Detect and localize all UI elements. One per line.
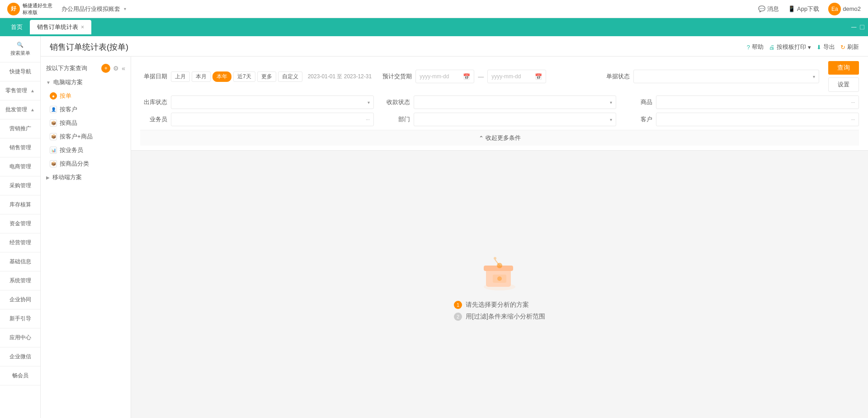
- scheme-collapse-icon[interactable]: «: [122, 65, 125, 72]
- scheme-per-category-icon: 📦: [50, 160, 57, 167]
- scheme-item-per-product[interactable]: 📦 按商品: [41, 116, 131, 130]
- wholesale-arrow-icon: ▲: [30, 107, 35, 112]
- retail-arrow-icon: ▲: [30, 88, 35, 93]
- export-action[interactable]: ⬇ 导出: [816, 43, 835, 51]
- out-status-select[interactable]: ▾: [171, 95, 374, 109]
- message-icon: 💬: [758, 5, 765, 12]
- expected-delivery-end[interactable]: yyyy-mm-dd 📅: [487, 70, 546, 83]
- tab-maximize-icon[interactable]: □: [860, 23, 864, 31]
- sidebar-item-retail[interactable]: 零售管理 ▲: [0, 81, 40, 100]
- sidebar-item-basic[interactable]: 基础信息: [0, 252, 40, 271]
- department-select[interactable]: ▾: [414, 113, 617, 126]
- sidebar-item-quicknav[interactable]: 快捷导航: [0, 62, 40, 81]
- collapse-text: ⌃ 收起更多条件: [479, 134, 521, 142]
- tab-home[interactable]: 首页: [4, 20, 30, 34]
- scheme-mobile-section[interactable]: ▶ 移动端方案: [41, 171, 131, 184]
- sidebar-item-ecommerce[interactable]: 电商管理: [0, 157, 40, 176]
- content-area: 销售订单统计表(按单) ? 帮助 🖨 按模板打印 ▾ ⬇ 导出 ↻ 刷新: [41, 36, 868, 418]
- scheme-item-per-order[interactable]: ● 按单: [41, 89, 131, 103]
- settings-button[interactable]: 设置: [828, 77, 859, 92]
- print-dropdown-icon[interactable]: ▾: [808, 44, 811, 51]
- date-btn-last-month[interactable]: 上月: [171, 71, 190, 82]
- sidebar-item-search[interactable]: 🔍 搜索菜单: [0, 36, 40, 62]
- app-download-action[interactable]: 📱 App下载: [788, 5, 819, 13]
- system-dropdown-icon[interactable]: ▾: [124, 6, 126, 11]
- date-btn-this-month[interactable]: 本月: [192, 71, 211, 82]
- user-avatar: Ea: [828, 3, 841, 15]
- svg-point-5: [497, 276, 502, 281]
- scheme-item-per-category[interactable]: 📦 按商品分类: [41, 157, 131, 171]
- salesperson-dots-icon: ···: [366, 117, 369, 122]
- date-btn-this-year[interactable]: 本年: [212, 71, 231, 82]
- expected-delivery-start[interactable]: yyyy-mm-dd 📅: [415, 70, 474, 83]
- sidebar-item-appcenter[interactable]: 应用中心: [0, 328, 40, 347]
- scheme-add-button[interactable]: +: [101, 64, 110, 73]
- scheme-pc-arrow-icon: ▼: [46, 80, 51, 85]
- product-select[interactable]: ···: [656, 95, 859, 109]
- scheme-item-per-salesperson[interactable]: 📊 按业务员: [41, 143, 131, 157]
- calendar-start-icon: 📅: [463, 73, 470, 80]
- user-area[interactable]: Ea demo2: [828, 3, 861, 15]
- out-status-arrow-icon: ▾: [368, 100, 370, 105]
- help-action[interactable]: ? 帮助: [747, 43, 764, 51]
- print-action[interactable]: 🖨 按模板打印 ▾: [769, 43, 811, 51]
- sidebar-item-wholesale[interactable]: 批发管理 ▲: [0, 100, 40, 119]
- date-btn-more[interactable]: 更多: [257, 71, 276, 82]
- empty-tip-2: 2 用[过滤]条件来缩小分析范围: [454, 313, 545, 321]
- export-icon: ⬇: [816, 44, 821, 51]
- query-button[interactable]: 查询: [828, 61, 859, 75]
- scheme-pc-section[interactable]: ▼ 电脑端方案: [41, 76, 131, 89]
- date-label: 单据日期: [140, 72, 167, 81]
- sidebar-item-finance[interactable]: 资金管理: [0, 214, 40, 233]
- sidebar-item-operations[interactable]: 经营管理: [0, 233, 40, 252]
- logo-icon: 好: [7, 3, 20, 15]
- date-range-display: 2023-01-01 至 2023-12-31: [308, 73, 372, 81]
- main-content: 按以下方案查询 + ⚙ « ▼ 电脑端方案 ● 按单 �: [41, 57, 868, 418]
- sidebar-item-marketing[interactable]: 营销推广: [0, 119, 40, 138]
- sidebar-item-tutorial[interactable]: 新手引导: [0, 309, 40, 328]
- tab-sales-order[interactable]: 销售订单统计表 ×: [30, 20, 91, 34]
- sidebar-item-system[interactable]: 系统管理: [0, 271, 40, 290]
- help-icon: ?: [747, 44, 750, 51]
- doc-status-arrow-icon: ▾: [813, 74, 815, 79]
- department-arrow-icon: ▾: [610, 117, 612, 122]
- collapse-filters-row[interactable]: ⌃ 收起更多条件: [140, 130, 859, 146]
- payment-status-select[interactable]: ▾: [414, 95, 617, 109]
- scheme-item-per-customer[interactable]: 👤 按客户: [41, 103, 131, 116]
- empty-illustration: [477, 248, 522, 294]
- department-label: 部门: [383, 115, 410, 124]
- sidebar-item-inventory[interactable]: 库存核算: [0, 195, 40, 214]
- customer-dots-icon: ···: [851, 117, 855, 122]
- scheme-header: 按以下方案查询 + ⚙ «: [41, 61, 131, 76]
- scheme-header-title: 按以下方案查询: [46, 64, 87, 72]
- tab-close-icon[interactable]: ×: [81, 24, 84, 30]
- sidebar-item-sales[interactable]: 销售管理: [0, 138, 40, 157]
- scheme-per-customer-icon: 👤: [50, 106, 57, 113]
- customer-select[interactable]: ···: [656, 113, 859, 126]
- scheme-settings-icon[interactable]: ⚙: [113, 65, 119, 72]
- tab-minimize-icon[interactable]: ─: [851, 23, 856, 31]
- empty-tips: 1 请先选择要分析的方案 2 用[过滤]条件来缩小分析范围: [454, 301, 545, 321]
- sidebar-item-purchase[interactable]: 采购管理: [0, 176, 40, 195]
- page-title: 销售订单统计表(按单): [50, 42, 128, 52]
- logo-area: 好 畅捷通好生意 标准版: [7, 2, 52, 15]
- sidebar-item-enterprise[interactable]: 企业协同: [0, 290, 40, 309]
- salesperson-select[interactable]: ···: [171, 113, 374, 126]
- message-action[interactable]: 💬 消息: [758, 5, 779, 13]
- scheme-per-salesperson-icon: 📊: [50, 147, 57, 154]
- date-btn-7days[interactable]: 近7天: [233, 71, 255, 82]
- doc-status-select[interactable]: ▾: [633, 70, 819, 83]
- empty-state: 1 请先选择要分析的方案 2 用[过滤]条件来缩小分析范围: [131, 151, 868, 418]
- expected-delivery-label: 预计交货期: [382, 72, 412, 81]
- svg-point-7: [494, 257, 496, 260]
- system-title: 办公用品行业模拟账套: [61, 5, 120, 13]
- filter-section: 单据日期 上月 本月 本年 近7天 更多 自定义 2023-01-01 至 20…: [131, 57, 868, 151]
- top-bar-right: 💬 消息 📱 App下载 Ea demo2: [758, 3, 861, 15]
- sidebar-item-member[interactable]: 畅会员: [0, 366, 40, 385]
- date-btn-custom[interactable]: 自定义: [278, 71, 302, 82]
- payment-status-arrow-icon: ▾: [610, 100, 612, 105]
- product-label: 商品: [625, 98, 652, 106]
- sidebar-item-wechat[interactable]: 企业微信: [0, 347, 40, 366]
- refresh-action[interactable]: ↻ 刷新: [840, 43, 859, 51]
- scheme-item-per-customer-product[interactable]: 📦 按客户+商品: [41, 130, 131, 143]
